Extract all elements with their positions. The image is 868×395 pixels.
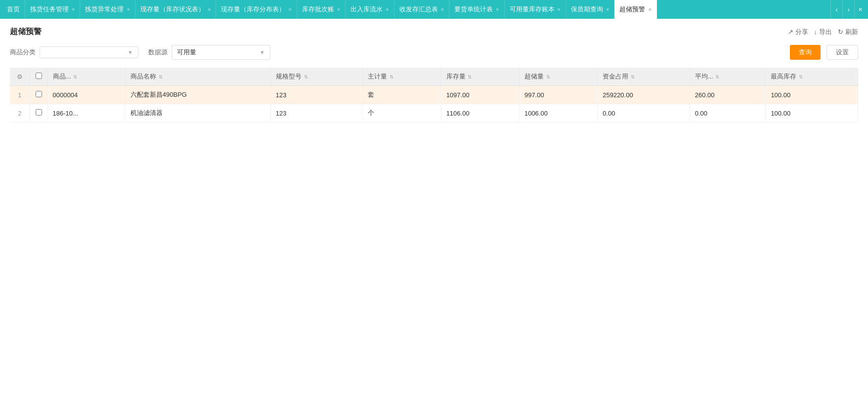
sort-icon-overstock: ⇅ — [545, 74, 550, 79]
col-header-overstock[interactable]: 超储量 ⇅ — [519, 68, 597, 86]
nav-item-close-icon[interactable]: × — [337, 6, 340, 12]
refresh-button[interactable]: ↻ 刷新 — [838, 28, 858, 37]
page-content: 超储预警 ↗ 分享 ↓ 导出 ↻ 刷新 商品分类 ▼ 数据源 — [0, 19, 868, 395]
cell-avg: 0.00 — [690, 104, 766, 122]
data-table: ⚙商品... ⇅商品名称 ⇅规格型号 ⇅主计量 ⇅库存量 ⇅超储量 ⇅资金占用 … — [10, 68, 858, 122]
nav-item-7[interactable]: 收发存汇总表× — [394, 0, 449, 19]
nav-item-3[interactable]: 现存量（库存状况表）× — [135, 0, 216, 19]
nav-item-close-icon[interactable]: × — [441, 6, 444, 12]
table-header: ⚙商品... ⇅商品名称 ⇅规格型号 ⇅主计量 ⇅库存量 ⇅超储量 ⇅资金占用 … — [10, 68, 858, 86]
nav-item-2[interactable]: 拣货异常处理× — [80, 0, 135, 19]
sort-icon-unit: ⇅ — [388, 74, 393, 79]
nav-item-label: 首页 — [7, 5, 20, 14]
nav-item-5[interactable]: 库存批次账× — [297, 0, 346, 19]
cell-product_code: 186-10... — [47, 104, 125, 122]
cell-spec: 123 — [270, 104, 363, 122]
settings-button[interactable]: 设置 — [826, 45, 858, 60]
category-chevron-icon: ▼ — [128, 49, 133, 55]
datasource-chevron-icon: ▼ — [260, 49, 265, 55]
nav-item-close-icon[interactable]: × — [496, 6, 499, 12]
sort-icon-capital: ⇅ — [629, 74, 635, 79]
datasource-select[interactable]: 可用量 ▼ — [172, 45, 270, 60]
col-header-stock[interactable]: 库存量 ⇅ — [441, 68, 519, 86]
datasource-label: 数据源 — [148, 48, 168, 57]
nav-item-0[interactable]: 首页 — [2, 0, 25, 19]
sort-icon-spec: ⇅ — [303, 74, 308, 79]
row-checkbox-cell[interactable] — [30, 86, 47, 104]
cell-overstock: 997.00 — [519, 86, 597, 104]
row-gear-cell: 1 — [10, 86, 30, 104]
nav-arrows: ‹ › × — [830, 0, 866, 19]
page-header: 超储预警 ↗ 分享 ↓ 导出 ↻ 刷新 — [10, 27, 858, 37]
nav-item-9[interactable]: 可用量库存账本× — [505, 0, 566, 19]
cell-spec: 123 — [270, 86, 363, 104]
col-header-max_stock[interactable]: 最高库存 ⇅ — [766, 68, 858, 86]
nav-item-label: 收发存汇总表 — [399, 5, 438, 14]
sort-icon-stock: ⇅ — [467, 74, 472, 79]
nav-item-6[interactable]: 出入库流水× — [346, 0, 394, 19]
nav-item-close-icon[interactable]: × — [386, 6, 389, 12]
nav-close-arrow[interactable]: × — [854, 0, 866, 19]
nav-item-8[interactable]: 要货单统计表× — [449, 0, 504, 19]
cell-avg: 260.00 — [690, 86, 766, 104]
row-checkbox-cell[interactable] — [30, 104, 47, 122]
refresh-icon: ↻ — [838, 28, 843, 36]
page-actions: ↗ 分享 ↓ 导出 ↻ 刷新 — [788, 28, 859, 37]
col-header-checkbox — [30, 68, 47, 86]
page-title: 超储预警 — [10, 27, 42, 37]
col-header-product_name[interactable]: 商品名称 ⇅ — [125, 68, 270, 86]
share-button[interactable]: ↗ 分享 — [788, 28, 808, 37]
cell-product_name: 六配套新昌490BPG — [125, 86, 270, 104]
col-header-unit[interactable]: 主计量 ⇅ — [363, 68, 441, 86]
cell-capital: 259220.00 — [598, 86, 690, 104]
cell-unit: 套 — [363, 86, 441, 104]
filter-buttons: 查询 设置 — [790, 45, 858, 60]
category-filter-group: 商品分类 ▼ — [10, 46, 138, 58]
gear-icon[interactable]: ⚙ — [17, 73, 23, 80]
share-icon: ↗ — [788, 28, 793, 36]
sort-icon-avg: ⇅ — [714, 74, 720, 79]
nav-item-label: 拣货异常处理 — [85, 5, 124, 14]
category-select[interactable]: ▼ — [40, 46, 138, 58]
row-checkbox[interactable] — [36, 109, 42, 116]
nav-item-1[interactable]: 拣货任务管理× — [25, 0, 80, 19]
top-navigation: 首页拣货任务管理×拣货异常处理×现存量（库存状况表）×现存量（库存分布表）×库存… — [0, 0, 868, 19]
col-header-capital[interactable]: 资金占用 ⇅ — [598, 68, 690, 86]
nav-item-close-icon[interactable]: × — [208, 6, 211, 12]
col-header-avg[interactable]: 平均... ⇅ — [690, 68, 766, 86]
row-gear-cell: 2 — [10, 104, 30, 122]
nav-prev-arrow[interactable]: ‹ — [830, 0, 842, 19]
cell-overstock: 1006.00 — [519, 104, 597, 122]
nav-item-11[interactable]: 超储预警× — [614, 0, 656, 19]
cell-stock: 1106.00 — [441, 104, 519, 122]
nav-item-label: 保质期查询 — [571, 5, 603, 14]
select-all-checkbox[interactable] — [36, 73, 42, 79]
cell-unit: 个 — [363, 104, 441, 122]
nav-item-close-icon[interactable]: × — [606, 6, 609, 12]
cell-max_stock: 100.00 — [766, 86, 858, 104]
nav-item-label: 库存批次账 — [302, 5, 334, 14]
col-header-product_code[interactable]: 商品... ⇅ — [47, 68, 125, 86]
nav-item-close-icon[interactable]: × — [72, 6, 75, 12]
sort-icon-product_name: ⇅ — [157, 74, 163, 79]
query-button[interactable]: 查询 — [790, 45, 821, 60]
col-header-spec[interactable]: 规格型号 ⇅ — [270, 68, 363, 86]
cell-product_code: 0000004 — [47, 86, 125, 104]
nav-item-close-icon[interactable]: × — [127, 6, 130, 12]
nav-item-close-icon[interactable]: × — [558, 6, 561, 12]
nav-next-arrow[interactable]: › — [842, 0, 854, 19]
export-button[interactable]: ↓ 导出 — [814, 28, 832, 37]
nav-item-label: 可用量库存账本 — [510, 5, 555, 14]
sort-icon-product_code: ⇅ — [72, 74, 77, 79]
nav-item-label: 现存量（库存分布表） — [221, 5, 285, 14]
nav-item-label: 拣货任务管理 — [30, 5, 69, 14]
nav-item-close-icon[interactable]: × — [648, 6, 651, 12]
nav-item-label: 出入库流水 — [350, 5, 383, 14]
row-checkbox[interactable] — [36, 91, 42, 97]
sort-icon-max_stock: ⇅ — [797, 74, 803, 79]
nav-item-4[interactable]: 现存量（库存分布表）× — [216, 0, 297, 19]
nav-item-close-icon[interactable]: × — [288, 6, 291, 12]
table-row[interactable]: 10000004六配套新昌490BPG123套1097.00997.002592… — [10, 86, 858, 104]
table-row[interactable]: 2186-10...机油滤清器123个1106.001006.000.000.0… — [10, 104, 858, 122]
nav-item-10[interactable]: 保质期查询× — [566, 0, 614, 19]
